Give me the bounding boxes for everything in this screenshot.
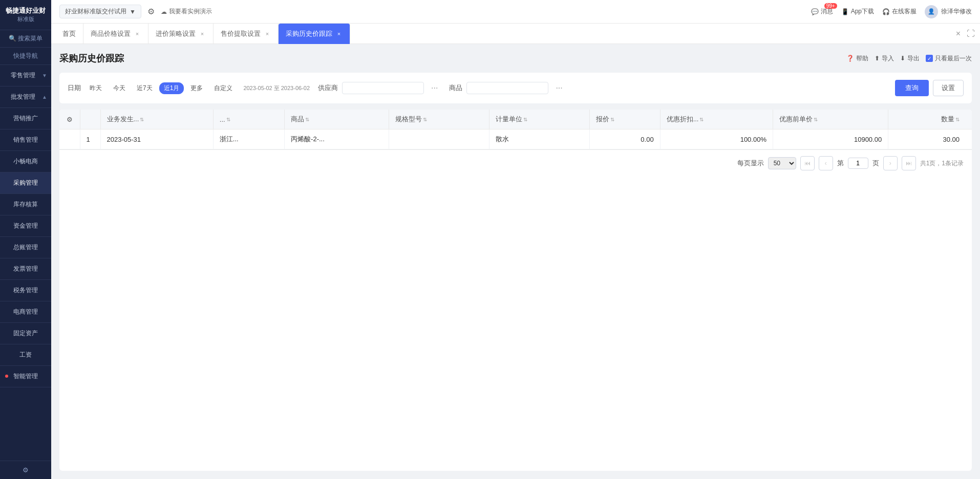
goods-input[interactable] [466, 82, 548, 94]
td-row-settings [59, 129, 80, 149]
th-goods-label: 商品 [291, 115, 304, 124]
sidebar-search[interactable]: 🔍 搜索菜单 [0, 30, 51, 48]
tab-minimize-button[interactable]: × [955, 28, 962, 39]
sort-icon-quoted: ⇅ [610, 117, 614, 122]
th-quantity[interactable]: 数量 ⇅ [888, 110, 972, 129]
tab-home[interactable]: 首页 [55, 24, 83, 44]
sidebar-item-purchase-label: 采购管理 [4, 179, 47, 187]
date-btn-yesterday[interactable]: 昨天 [85, 82, 106, 94]
sidebar-item-smart[interactable]: 智能管理 [0, 366, 51, 387]
th-discount[interactable]: 优惠折扣... ⇅ [660, 110, 773, 129]
query-button[interactable]: 查询 [895, 80, 929, 96]
td-quoted-price: 0.00 [590, 129, 660, 149]
th-more1-label: ... [220, 116, 225, 123]
sidebar-item-ledger[interactable]: 总账管理 [0, 237, 51, 258]
supplier-more-btn[interactable]: ··· [428, 82, 441, 94]
goods-more-btn[interactable]: ··· [552, 82, 565, 94]
notifications-button[interactable]: 💬 消息 99+ [811, 7, 833, 16]
td-pre-discount-price: 10900.00 [773, 129, 888, 149]
tab-price-settings-close[interactable]: × [134, 30, 141, 37]
th-spec[interactable]: 规格型号 ⇅ [389, 110, 489, 129]
demo-link[interactable]: ☁ 我要看实例演示 [161, 7, 212, 16]
app-download-label: App下载 [851, 7, 874, 16]
sidebar-item-ecommerce-label: 电商管理 [4, 308, 47, 316]
th-pre-discount-price[interactable]: 优惠前单价 ⇅ [773, 110, 888, 129]
sidebar: 畅捷通好业财 标准版 🔍 搜索菜单 快捷导航 零售管理 ▼ 批发管理 ▲ 营销推… [0, 0, 51, 479]
date-btn-today[interactable]: 今天 [109, 82, 130, 94]
online-service-button[interactable]: 🎧 在线客服 [882, 7, 917, 16]
td-more1: 浙江... [213, 129, 284, 149]
sidebar-item-invoice[interactable]: 发票管理 [0, 258, 51, 280]
export-button[interactable]: ⬇ 导出 [900, 54, 920, 63]
help-button[interactable]: ❓ 帮助 [846, 54, 868, 63]
sidebar-item-purchase[interactable]: 采购管理 [0, 172, 51, 194]
date-filter-group: 日期 昨天 今天 近7天 近1月 更多 自定义 2023-05-02 至 202… [68, 82, 310, 94]
next-page-button[interactable]: › [883, 156, 898, 170]
tab-expand-button[interactable]: ⛶ [966, 28, 976, 39]
sidebar-settings-button[interactable]: ⚙ [0, 461, 51, 479]
th-quoted-price[interactable]: 报价 ⇅ [590, 110, 660, 129]
sidebar-item-wholesale[interactable]: 批发管理 ▲ [0, 86, 51, 108]
th-more1[interactable]: ... ⇅ [213, 110, 284, 129]
sidebar-item-marketing[interactable]: 营销推广 [0, 108, 51, 129]
app-download-button[interactable]: 📱 App下载 [841, 7, 874, 16]
app-logo-sub: 标准版 [4, 15, 47, 23]
topbar-settings-icon[interactable]: ⚙ [147, 7, 155, 16]
settings-filter-button[interactable]: 设置 [933, 80, 964, 96]
tab-purchase-history-close[interactable]: × [335, 30, 343, 37]
tab-purchase-strategy[interactable]: 进价策略设置 × [148, 24, 214, 44]
sidebar-item-salary[interactable]: 工资 [0, 344, 51, 366]
sort-icon-date: ⇅ [140, 117, 144, 122]
th-goods[interactable]: 商品 ⇅ [285, 110, 389, 129]
sidebar-item-assets[interactable]: 固定资产 [0, 323, 51, 344]
first-page-button[interactable]: ⏮ [800, 156, 815, 170]
th-settings[interactable]: ⚙ [59, 110, 80, 129]
sidebar-item-tax[interactable]: 税务管理 [0, 280, 51, 301]
sidebar-item-tax-label: 税务管理 [4, 286, 47, 295]
sidebar-logo: 畅捷通好业财 标准版 [0, 0, 51, 30]
import-icon: ⬆ [875, 55, 880, 62]
total-info: 共1页，1条记录 [920, 159, 964, 168]
topbar-right: 💬 消息 99+ 📱 App下载 🎧 在线客服 👤 徐泽华修改 [811, 5, 972, 18]
data-table: ⚙ 业务发生... ⇅ ... ⇅ [59, 110, 972, 149]
column-settings-icon[interactable]: ⚙ [67, 116, 73, 123]
tab-price-settings[interactable]: 商品价格设置 × [83, 24, 148, 44]
only-last-checkbox[interactable]: 只看最后一次 [926, 54, 972, 63]
sidebar-item-salary-label: 工资 [4, 351, 47, 359]
import-button[interactable]: ⬆ 导入 [875, 54, 894, 63]
prev-page-button[interactable]: ‹ [819, 156, 833, 170]
tab-purchase-history[interactable]: 采购历史价跟踪 × [279, 24, 350, 44]
per-page-select[interactable]: 50 10 20 100 [768, 157, 796, 169]
tab-sale-price[interactable]: 售价提取设置 × [214, 24, 279, 44]
version-selector[interactable]: 好业财标准版交付试用 ▼ [59, 5, 141, 18]
version-selector-text: 好业财标准版交付试用 [65, 7, 126, 16]
tab-sale-price-close[interactable]: × [264, 30, 271, 37]
per-page-label: 每页显示 [737, 159, 764, 168]
sidebar-item-sales[interactable]: 销售管理 [0, 129, 51, 151]
sidebar-item-assets-label: 固定资产 [4, 329, 47, 338]
date-btn-last7days[interactable]: 近7天 [132, 82, 157, 94]
date-btn-more[interactable]: 更多 [186, 82, 207, 94]
tab-purchase-strategy-label: 进价策略设置 [156, 29, 196, 38]
last-page-button[interactable]: ⏭ [902, 156, 916, 170]
th-unit[interactable]: 计量单位 ⇅ [489, 110, 590, 129]
sort-icon-more1: ⇅ [226, 117, 230, 122]
page-number-input[interactable] [848, 158, 868, 169]
tab-purchase-strategy-close[interactable]: × [199, 30, 206, 37]
user-profile[interactable]: 👤 徐泽华修改 [925, 5, 972, 18]
sidebar-item-ecommerce[interactable]: 电商管理 [0, 301, 51, 323]
sidebar-item-invoice-label: 发票管理 [4, 265, 47, 273]
data-table-wrapper: ⚙ 业务发生... ⇅ ... ⇅ [59, 110, 972, 471]
date-btn-custom[interactable]: 自定义 [209, 82, 237, 94]
sidebar-item-retail[interactable]: 零售管理 ▼ [0, 65, 51, 86]
sidebar-item-inventory[interactable]: 库存核算 [0, 194, 51, 215]
th-date[interactable]: 业务发生... ⇅ [100, 110, 213, 129]
sidebar-item-finance[interactable]: 资金管理 [0, 215, 51, 237]
date-btn-last1month[interactable]: 近1月 [159, 82, 184, 94]
page-unit: 页 [872, 159, 879, 168]
sidebar-item-wholesale-label: 批发管理 [4, 93, 42, 101]
sidebar-item-sales-label: 销售管理 [4, 136, 47, 144]
supplier-input[interactable] [342, 82, 424, 94]
sidebar-item-ecommerce-small[interactable]: 小畅电商 [0, 151, 51, 172]
sidebar-quicknav[interactable]: 快捷导航 [0, 48, 51, 65]
